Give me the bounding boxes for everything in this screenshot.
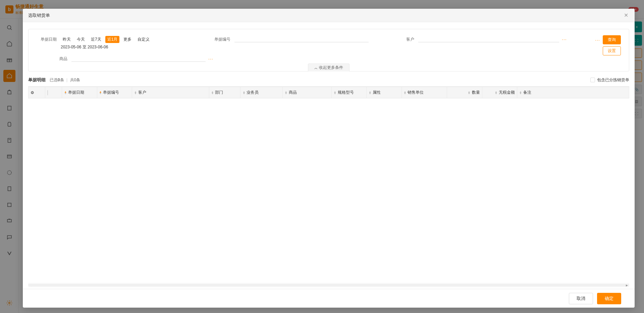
preset-more[interactable]: 更多 [121,36,133,43]
date-sep: 至 [83,45,87,49]
col-qty[interactable]: ▲▼数量 [447,87,482,98]
sales-order-table: ⚙ ▲▼单据日期 ▲▼单据编号 ▲▼客户 ▲▼部门 ▲▼业务员 ▲▼商品 ▲▼规… [28,87,629,98]
col-sale-unit[interactable]: ▲▼销售单位 [401,87,447,98]
date-to: 2023-06-06 [88,45,108,49]
cancel-button[interactable]: 取消 [569,293,593,304]
collapse-conditions[interactable]: ︽ 收起更多条件 [308,63,350,72]
scroll-track[interactable] [28,284,629,286]
table-container: ⚙ ▲▼单据日期 ▲▼单据编号 ▲▼客户 ▲▼部门 ▲▼业务员 ▲▼商品 ▲▼规… [28,86,629,283]
confirm-button[interactable]: 确定 [597,293,621,304]
select-sales-order-modal: 选取销货单 ✕ 单据日期 昨天 今天 近7天 近1月 更多 自定义 [23,9,635,308]
doc-no-input[interactable] [234,36,369,42]
horizontal-scrollbar[interactable]: ◄ ► [28,283,629,287]
col-checkall[interactable] [45,87,62,98]
col-date[interactable]: ▲▼单据日期 [62,87,97,98]
filter-panel: 单据日期 昨天 今天 近7天 近1月 更多 自定义 2023-05-06 至 [28,29,629,72]
col-dept[interactable]: ▲▼部门 [209,87,240,98]
modal-body: 单据日期 昨天 今天 近7天 近1月 更多 自定义 2023-05-06 至 [23,22,635,289]
customer-label: 客户 [394,36,414,42]
col-gear[interactable]: ⚙ [29,87,45,98]
include-shipped-checkbox[interactable] [590,78,595,82]
list-count: 已选0条 | 共0条 [50,77,80,83]
customer-input[interactable] [418,36,559,42]
modal-footer: 取消 确定 [23,289,635,308]
preset-today[interactable]: 今天 [75,36,87,43]
col-remark[interactable]: ▲▼备注 [517,87,629,98]
customer-more-icon[interactable]: ··· [562,37,567,42]
modal-title: 选取销货单 [28,12,50,18]
filter-more-icon[interactable]: ··· [595,37,600,43]
date-label: 单据日期 [37,36,57,42]
col-spec[interactable]: ▲▼规格型号 [331,87,366,98]
preset-last1month[interactable]: 近1月 [105,36,120,43]
close-icon[interactable]: ✕ [623,12,629,19]
preset-yesterday[interactable]: 昨天 [61,36,73,43]
collapse-label: 收起更多条件 [319,65,343,71]
col-product[interactable]: ▲▼商品 [282,87,331,98]
date-presets: 昨天 今天 近7天 近1月 更多 自定义 [61,36,194,43]
col-attr[interactable]: ▲▼属性 [367,87,401,98]
gear-icon: ⚙ [31,90,34,95]
date-from: 2023-05-06 [61,45,81,49]
date-range: 2023-05-06 至 2023-06-06 [61,44,194,50]
list-header: 单据明细 已选0条 | 共0条 包含已分拣销货单 [23,77,635,86]
product-label: 商品 [37,55,67,62]
doc-no-label: 单据编号 [210,36,230,42]
product-input[interactable] [71,55,206,62]
checkall-checkbox[interactable] [47,90,48,95]
col-doc-no[interactable]: ▲▼单据编号 [97,87,132,98]
col-amount-notax[interactable]: ▲▼无税金额 [482,87,517,98]
col-salesperson[interactable]: ▲▼业务员 [240,87,282,98]
modal-header: 选取销货单 ✕ [23,9,635,22]
settings-button[interactable]: 设置 [603,46,621,55]
col-customer[interactable]: ▲▼客户 [132,87,209,98]
chevron-up-icon: ︽ [314,65,318,70]
list-title: 单据明细 [28,77,46,83]
preset-custom[interactable]: 自定义 [136,36,152,43]
scroll-right-icon[interactable]: ► [625,283,629,287]
preset-last7[interactable]: 近7天 [89,36,103,43]
query-button[interactable]: 查询 [603,35,621,44]
product-more-icon[interactable]: ··· [208,56,213,61]
include-shipped-label: 包含已分拣销货单 [597,77,629,83]
